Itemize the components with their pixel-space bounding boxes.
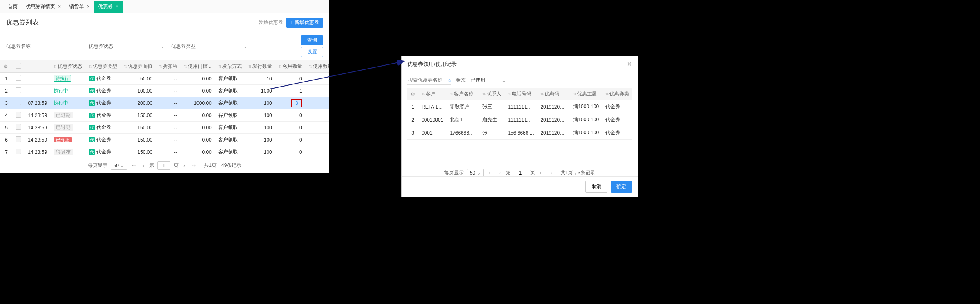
tab-coupon-detail[interactable]: 优惠券详情页 ×: [22, 1, 65, 13]
tab-home[interactable]: 首页: [4, 1, 22, 13]
col-status[interactable]: ⇅优惠券状态: [50, 60, 85, 73]
cell-checkbox[interactable]: [12, 134, 25, 146]
row-checkbox[interactable]: [16, 149, 21, 154]
col-contact[interactable]: ⇅联系人: [479, 88, 505, 100]
col-coupon-code[interactable]: ⇅优惠码: [537, 88, 570, 100]
col-checkbox[interactable]: [12, 60, 25, 73]
close-icon[interactable]: ×: [116, 4, 118, 9]
cell-threshold: 1000.00: [181, 97, 215, 109]
col-time[interactable]: [25, 60, 50, 73]
table-row[interactable]: 7 14 23:59 待发布 代代金券 150.00 -- 0.00 客户领取 …: [0, 146, 329, 158]
cell-type: 代代金券: [85, 122, 121, 134]
claim-count-highlighted[interactable]: 3: [291, 99, 302, 107]
row-checkbox[interactable]: [16, 124, 21, 130]
cell-method: 客户领取: [215, 146, 245, 158]
page-suffix: 页: [530, 169, 535, 176]
col-gear[interactable]: ⚙: [0, 60, 12, 73]
close-icon[interactable]: ×: [87, 4, 90, 9]
modal-status-select[interactable]: 已使用 ⌄: [471, 77, 506, 84]
title-actions: ☐ 发放优惠券 新增优惠券: [253, 18, 323, 28]
cell-checkbox[interactable]: [12, 122, 25, 134]
cell-discount: --: [156, 134, 181, 146]
confirm-button[interactable]: 确定: [611, 181, 632, 193]
modal-title: 优惠券领用/使用记录: [407, 60, 457, 68]
cell-code: 00010001: [418, 113, 446, 126]
prev-page-button[interactable]: ‹: [141, 163, 146, 169]
sort-icon: ⇅: [184, 64, 187, 69]
cell-idx: 3: [407, 126, 418, 140]
col-phone[interactable]: ⇅电话号码: [505, 88, 537, 100]
modal-per-page-select[interactable]: 50 ⌄: [467, 169, 484, 177]
modal-close-button[interactable]: ✕: [627, 61, 632, 67]
cell-checkbox[interactable]: [12, 85, 25, 97]
row-checkbox[interactable]: [16, 136, 21, 142]
last-page-button[interactable]: ⤍: [190, 163, 197, 169]
col-discount[interactable]: ⇅折扣%: [156, 60, 181, 73]
cell-status: 待执行: [50, 73, 85, 85]
cell-status: 待发布: [50, 146, 85, 158]
col-method[interactable]: ⇅发放方式: [215, 60, 245, 73]
col-threshold[interactable]: ⇅使用门槛...: [181, 60, 215, 73]
page-input[interactable]: [157, 161, 170, 170]
page-info: 共1页，49条记录: [204, 162, 241, 169]
next-page-button[interactable]: ›: [182, 163, 187, 169]
table-row[interactable]: 6 14 23:59 已终止 代代金券 150.00 -- 0.00 客户领取 …: [0, 134, 329, 146]
cell-checkbox[interactable]: [12, 146, 25, 158]
chevron-down-icon: ⌄: [502, 78, 506, 83]
col-customer-code[interactable]: ⇅客户...: [418, 88, 446, 100]
coupon-name-input[interactable]: [33, 41, 82, 51]
query-button[interactable]: 查询: [301, 35, 323, 45]
cell-claim[interactable]: 0: [275, 146, 306, 158]
table-row[interactable]: 5 14 23:59 已过期 代代金券 150.00 -- 0.00 客户领取 …: [0, 122, 329, 134]
close-icon[interactable]: ×: [58, 4, 61, 9]
col-type[interactable]: ⇅优惠券类型: [85, 60, 121, 73]
col-gear[interactable]: ⚙: [407, 88, 418, 100]
per-page-select[interactable]: 50 ⌄: [111, 162, 127, 170]
row-checkbox[interactable]: [16, 100, 21, 105]
cell-type: 代代金券: [85, 73, 121, 85]
cell-issue: 100: [245, 146, 275, 158]
col-customer-name[interactable]: ⇅客户名称: [446, 88, 479, 100]
last-page-button[interactable]: ⤍: [547, 170, 554, 176]
table-row[interactable]: 4 14 23:59 已过期 代代金券 150.00 -- 0.00 客户领取 …: [0, 109, 329, 122]
cell-claim[interactable]: 3: [275, 97, 306, 109]
prev-page-button[interactable]: ‹: [498, 170, 502, 176]
settings-button[interactable]: 设置: [301, 47, 323, 57]
cell-use: 0: [306, 109, 329, 122]
cell-claim[interactable]: 0: [275, 134, 306, 146]
modal-page-input[interactable]: [514, 169, 527, 177]
cancel-button[interactable]: 取消: [585, 181, 607, 193]
row-checkbox[interactable]: [16, 75, 21, 81]
modal-search-input[interactable]: [407, 75, 448, 84]
table-row[interactable]: 1 RETAIL... 零散客户 张三 11111111111 20191207…: [407, 100, 632, 113]
cell-contact: 唐先生: [479, 113, 505, 126]
tab-coupon[interactable]: 优惠券 ×: [94, 1, 123, 13]
next-page-button[interactable]: ›: [538, 170, 543, 176]
distribute-coupon-button[interactable]: ☐ 发放优惠券: [253, 19, 283, 26]
cell-status: 已过期: [50, 122, 85, 134]
cell-checkbox[interactable]: [12, 73, 25, 85]
first-page-button[interactable]: ⤌: [487, 170, 494, 176]
col-face-value[interactable]: ⇅优惠券面值: [121, 60, 156, 73]
cell-issue: 100: [245, 109, 275, 122]
cell-use: 0: [306, 146, 329, 158]
cell-checkbox[interactable]: [12, 97, 25, 109]
col-topic[interactable]: ⇅优惠主题: [570, 88, 602, 100]
tab-sales-order[interactable]: 销货单 ×: [65, 1, 94, 13]
cell-method: 客户领取: [215, 85, 245, 97]
search-icon[interactable]: ⌕: [448, 77, 451, 83]
row-checkbox[interactable]: [16, 87, 21, 93]
checkbox-all[interactable]: [16, 63, 21, 69]
row-checkbox[interactable]: [16, 112, 21, 118]
table-row[interactable]: 3 07 23:59 执行中 代代金券 200.00 -- 1000.00 客户…: [0, 97, 329, 109]
cell-checkbox[interactable]: [12, 109, 25, 122]
first-page-button[interactable]: ⤌: [130, 163, 138, 169]
cell-claim[interactable]: 0: [275, 109, 306, 122]
cell-claim[interactable]: 0: [275, 122, 306, 134]
table-row[interactable]: 3 0001 17666666666 张 156 6666 ... 201912…: [407, 126, 632, 140]
coupon-type-select[interactable]: ⌄: [198, 41, 247, 51]
coupon-status-select[interactable]: ⌄: [116, 41, 165, 51]
table-row[interactable]: 2 00010001 北京1 唐先生 11111111111 201912070…: [407, 113, 632, 126]
add-coupon-button[interactable]: 新增优惠券: [286, 18, 323, 28]
col-coupon-type[interactable]: ⇅优惠券类: [602, 88, 632, 100]
